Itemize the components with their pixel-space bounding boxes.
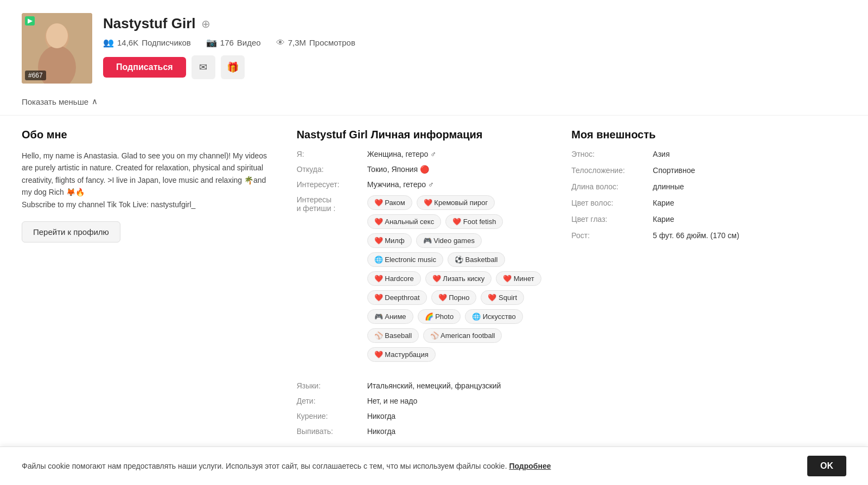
eye-color-value: Карие bbox=[653, 215, 674, 224]
chevron-up-icon: ∧ bbox=[92, 97, 98, 106]
videos-icon: 📷 bbox=[206, 37, 217, 48]
about-section: Обо мне Hello, my name is Anastasia. Gla… bbox=[22, 129, 297, 368]
lang-value: Итальянский, немецкий, французский bbox=[367, 381, 501, 390]
tag-porno: ❤️ Порно bbox=[431, 290, 477, 305]
tags-container: ❤️ Раком ❤️ Кремовый пирог ❤️ Анальный с… bbox=[367, 195, 550, 362]
message-button[interactable]: ✉ bbox=[192, 55, 215, 79]
tag-baseball: ⚾ Baseball bbox=[367, 328, 419, 343]
show-less-section: Показать меньше ∧ bbox=[0, 92, 868, 116]
smoking-label: Курение: bbox=[297, 412, 367, 420]
tag-anime: 🎮 Аниме bbox=[367, 309, 413, 324]
gift-icon: 🎁 bbox=[227, 61, 239, 73]
interested-label: Интересует: bbox=[297, 180, 367, 189]
show-less-label: Показать меньше bbox=[22, 97, 88, 106]
extra-appearance bbox=[571, 381, 846, 442]
tag-minet: ❤️ Минет bbox=[496, 271, 541, 286]
cookie-text: Файлы cookie помогают нам предоставлять … bbox=[22, 462, 796, 470]
profile-header: true ▶ #667 Nastystuf Girl ⊕ 👥 14,6K Под… bbox=[0, 0, 868, 92]
hair-length-row: Длина волос: длинные bbox=[571, 182, 825, 191]
hair-color-value: Карие bbox=[653, 199, 674, 207]
subscribers-stat: 👥 14,6K Подписчиков bbox=[103, 37, 191, 48]
ethnicity-row: Этнос: Азия bbox=[571, 150, 825, 158]
message-icon: ✉ bbox=[199, 61, 207, 73]
profile-name: Nastystuf Girl bbox=[103, 15, 196, 32]
children-row: Дети: Нет, и не надо bbox=[297, 397, 550, 405]
subscribers-label: Подписчиков bbox=[142, 38, 191, 47]
i-am-label: Я: bbox=[297, 150, 367, 158]
hair-length-label: Длина волос: bbox=[571, 182, 653, 191]
verified-icon: ⊕ bbox=[201, 17, 210, 30]
drinking-value: Никогда bbox=[367, 427, 395, 436]
live-badge: true ▶ bbox=[25, 16, 35, 25]
i-am-row: Я: Женщина, гетеро ♂️ bbox=[297, 150, 550, 158]
extra-info-grid: Языки: Итальянский, немецкий, французски… bbox=[22, 381, 846, 442]
cookie-link[interactable]: Подробнее bbox=[509, 462, 551, 470]
gift-button[interactable]: 🎁 bbox=[221, 55, 245, 79]
i-am-value: Женщина, гетеро ♂️ bbox=[367, 150, 436, 158]
tag-lizat: ❤️ Лизать киску bbox=[425, 271, 492, 286]
interests-label: Интересы и фетиши : bbox=[297, 195, 367, 213]
tag-video-games: 🎮 Video games bbox=[416, 233, 482, 248]
height-value: 5 фут. 66 дюйм. (170 см) bbox=[653, 231, 739, 240]
extra-personal: Языки: Итальянский, немецкий, французски… bbox=[297, 381, 572, 442]
children-label: Дети: bbox=[297, 397, 367, 405]
interested-value: Мужчина, гетеро ♂️ bbox=[367, 180, 434, 189]
tag-iskusstvo: 🌐 Искусство bbox=[465, 309, 523, 324]
cookie-banner: Файлы cookie помогают нам предоставлять … bbox=[0, 446, 868, 485]
cookie-ok-button[interactable]: OK bbox=[807, 456, 846, 476]
ethnicity-label: Этнос: bbox=[571, 150, 653, 158]
about-title: Обо мне bbox=[22, 129, 275, 141]
tag-milf: ❤️ Милф bbox=[367, 233, 412, 248]
subscribers-count: 14,6K bbox=[117, 38, 138, 47]
views-count: 7,3М bbox=[288, 38, 306, 47]
hair-color-row: Цвет волос: Карие bbox=[571, 199, 825, 207]
svg-point-3 bbox=[46, 23, 68, 48]
profile-stats: 👥 14,6K Подписчиков 📷 176 Видео 👁 7,3М П… bbox=[103, 37, 846, 48]
appearance-table: Этнос: Азия Телосложение: Спортивное Дли… bbox=[571, 150, 825, 240]
tag-basketball: ⚽ Basketball bbox=[448, 252, 505, 267]
drinking-row: Выпивать: Никогда bbox=[297, 427, 550, 436]
videos-label: Видео bbox=[237, 38, 261, 47]
subscribers-icon: 👥 bbox=[103, 37, 114, 48]
from-value: Токио, Япония 🔴 bbox=[367, 165, 429, 174]
height-row: Рост: 5 фут. 66 дюйм. (170 см) bbox=[571, 231, 825, 240]
go-to-profile-button[interactable]: Перейти к профилю bbox=[22, 221, 120, 242]
interested-row: Интересует: Мужчина, гетеро ♂️ bbox=[297, 180, 550, 189]
personal-info-title: Nastystuf Girl Личная информация bbox=[297, 129, 550, 141]
from-label: Откуда: bbox=[297, 165, 367, 174]
bio-text: Hello, my name is Anastasia. Glad to see… bbox=[22, 150, 275, 210]
smoking-value: Никогда bbox=[367, 412, 395, 420]
children-value: Нет, и не надо bbox=[367, 397, 418, 405]
tag-electronic-music: 🌐 Electronic music bbox=[367, 252, 443, 267]
rank-badge: #667 bbox=[25, 71, 46, 80]
eye-color-label: Цвет глаз: bbox=[571, 215, 653, 224]
views-icon: 👁 bbox=[276, 38, 285, 48]
body-value: Спортивное bbox=[653, 166, 695, 175]
videos-count: 176 bbox=[220, 38, 234, 47]
appearance-section: Моя внешность Этнос: Азия Телосложение: … bbox=[571, 129, 846, 368]
tag-photo: 🌈 Photo bbox=[418, 309, 461, 324]
tag-american-football: ⚾ American football bbox=[423, 328, 502, 343]
personal-info-section: Nastystuf Girl Личная информация Я: Женщ… bbox=[297, 129, 572, 368]
body-row: Телосложение: Спортивное bbox=[571, 166, 825, 175]
tag-masturbaciya: ❤️ Мастурбация bbox=[367, 347, 436, 362]
subscribe-button[interactable]: Подписаться bbox=[103, 57, 186, 78]
from-row: Откуда: Токио, Япония 🔴 bbox=[297, 165, 550, 174]
show-less-button[interactable]: Показать меньше ∧ bbox=[22, 97, 98, 106]
hair-color-label: Цвет волос: bbox=[571, 199, 653, 207]
lang-label: Языки: bbox=[297, 381, 367, 390]
name-row: Nastystuf Girl ⊕ bbox=[103, 15, 846, 32]
tag-kremovyi: ❤️ Кремовый пирог bbox=[417, 195, 495, 210]
profile-actions: Подписаться ✉ 🎁 bbox=[103, 55, 846, 79]
views-stat: 👁 7,3М Просмотров bbox=[276, 37, 355, 48]
tag-squirt: ❤️ Squirt bbox=[481, 290, 524, 305]
eye-color-row: Цвет глаз: Карие bbox=[571, 215, 825, 224]
info-table: Я: Женщина, гетеро ♂️ Откуда: Токио, Япо… bbox=[297, 150, 550, 362]
body-label: Телосложение: bbox=[571, 166, 653, 175]
avatar-container: true ▶ #667 bbox=[22, 13, 92, 84]
tag-foot-fetish: ❤️ Foot fetish bbox=[445, 214, 503, 229]
main-content: Обо мне Hello, my name is Anastasia. Gla… bbox=[0, 116, 868, 381]
appearance-title: Моя внешность bbox=[571, 129, 825, 141]
profile-info: Nastystuf Girl ⊕ 👥 14,6K Подписчиков 📷 1… bbox=[103, 13, 846, 79]
drinking-label: Выпивать: bbox=[297, 427, 367, 436]
